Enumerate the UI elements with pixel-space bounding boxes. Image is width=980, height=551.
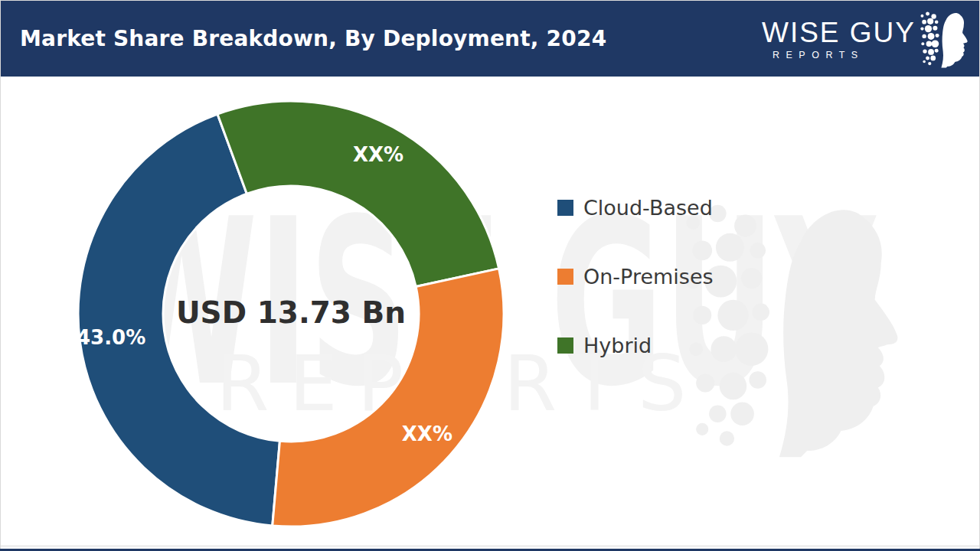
wiseguy-face-icon <box>919 8 969 70</box>
chart-center-value: USD 13.73 Bn <box>176 295 406 330</box>
logo-brand-sub: REPORTS <box>773 50 916 60</box>
legend-label: On-Premises <box>583 266 714 287</box>
donut-segment-hybrid[interactable] <box>217 101 499 286</box>
legend-item-on-premises[interactable]: On-Premises <box>557 266 714 287</box>
logo-brand-name: WISE GUY <box>762 18 916 47</box>
segment-label-cloud-based: 43.0% <box>77 326 145 349</box>
dot-cluster <box>685 205 769 446</box>
segment-label-on-premises: XX% <box>402 422 452 445</box>
legend-swatch-cloud-based <box>557 200 573 216</box>
legend-label: Cloud-Based <box>583 197 713 218</box>
segment-label-hybrid: XX% <box>353 143 403 166</box>
legend-item-hybrid[interactable]: Hybrid <box>557 335 652 356</box>
face-profile-silhouette <box>779 210 898 457</box>
header-bar: Market Share Breakdown, By Deployment, 2… <box>0 0 980 77</box>
page-title: Market Share Breakdown, By Deployment, 2… <box>20 0 606 77</box>
legend-swatch-hybrid <box>557 337 573 354</box>
legend-item-cloud-based[interactable]: Cloud-Based <box>557 197 713 218</box>
legend-swatch-on-premises <box>557 269 573 285</box>
wiseguy-logo: WISE GUY REPORTS <box>762 6 969 72</box>
logo-dot-cluster <box>920 12 939 66</box>
logo-face-profile <box>941 13 967 68</box>
content-divider-line <box>0 546 980 546</box>
logo-text: WISE GUY REPORTS <box>762 18 916 60</box>
legend-label: Hybrid <box>583 335 652 356</box>
